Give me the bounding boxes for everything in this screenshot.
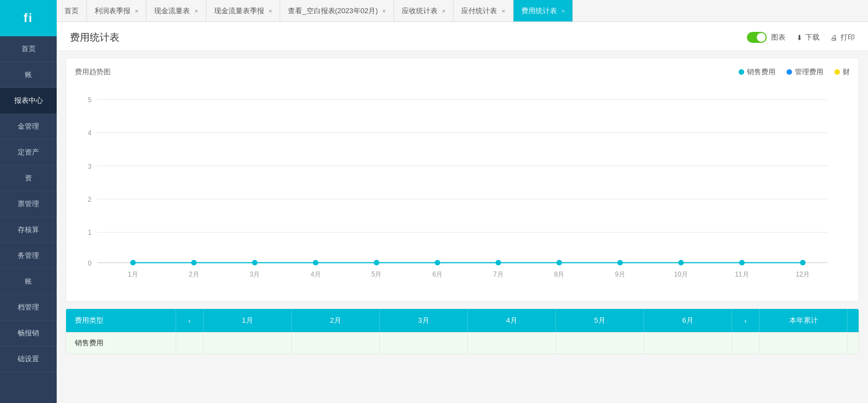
chart-legend: 销售费用 管理费用 财 (739, 67, 850, 77)
sidebar-item-capital[interactable]: 资 (0, 165, 57, 191)
tab-bar: 首页 利润表季报 × 现金流量表 × 现金流量表季报 × 查看_空白报表(202… (57, 0, 868, 22)
sidebar-item-settings[interactable]: 础设置 (0, 346, 57, 372)
sidebar-item-archive[interactable]: 档管理 (0, 295, 57, 321)
svg-text:11月: 11月 (735, 270, 749, 278)
sidebar-item-cash[interactable]: 金管理 (0, 114, 57, 140)
svg-text:1: 1 (88, 229, 91, 236)
print-button[interactable]: 🖨 打印 (831, 32, 855, 42)
sidebar-item-account[interactable]: 账 (0, 62, 57, 88)
svg-text:5: 5 (88, 96, 91, 104)
header-actions: 图表 ⬇ 下载 🖨 打印 (747, 32, 855, 43)
td-expense-type: 销售费用 (66, 333, 176, 354)
svg-point-18 (435, 260, 440, 266)
th-prev[interactable]: ‹ (176, 309, 204, 332)
content-area: 费用统计表 图表 ⬇ 下载 🖨 打印 费用趋势图 (57, 22, 868, 403)
td-jun-val (644, 333, 732, 354)
td-apr-val (468, 333, 556, 354)
th-may: 5月 (556, 309, 644, 332)
table-header-row: 费用类型 ‹ 1月 2月 3月 4月 5月 6月 › 本年累计 (66, 309, 859, 332)
sidebar-item-assets[interactable]: 定资产 (0, 140, 57, 165)
svg-point-15 (252, 260, 258, 266)
sidebar-item-expense[interactable]: 畅报销 (0, 321, 57, 346)
sidebar-item-invoice[interactable]: 票管理 (0, 191, 57, 217)
legend-finance: 财 (834, 67, 850, 77)
svg-text:3月: 3月 (250, 270, 260, 278)
td-next-val (732, 333, 760, 354)
sidebar-item-inventory[interactable]: 存核算 (0, 217, 57, 243)
svg-text:7月: 7月 (493, 270, 504, 278)
th-expense-type: 费用类型 (66, 309, 176, 332)
sidebar-item-home[interactable]: 首页 (0, 36, 57, 62)
svg-text:10月: 10月 (674, 270, 688, 278)
tab-home[interactable]: 首页 (57, 0, 87, 22)
page-title: 费用统计表 (70, 31, 119, 44)
td-yearly-val (760, 333, 848, 354)
sidebar-item-ledger[interactable]: 账 (0, 269, 57, 295)
sidebar-item-service[interactable]: 务管理 (0, 243, 57, 269)
svg-point-21 (618, 260, 623, 266)
chart-header: 费用趋势图 销售费用 管理费用 财 (75, 67, 850, 77)
legend-dot-admin (787, 69, 792, 75)
legend-dot-finance (834, 69, 840, 75)
th-jan: 1月 (204, 309, 292, 332)
tab-payable[interactable]: 应付统计表 × (454, 0, 513, 22)
sidebar-item-reports[interactable]: 报表中心 (0, 88, 57, 114)
svg-text:0: 0 (88, 260, 91, 267)
svg-text:8月: 8月 (554, 270, 565, 278)
svg-text:2: 2 (88, 196, 91, 203)
print-icon: 🖨 (831, 34, 838, 42)
td-may-val (556, 333, 644, 354)
close-tab-payable[interactable]: × (501, 8, 505, 14)
chart-toggle[interactable] (747, 32, 767, 43)
th-jun: 6月 (644, 309, 732, 332)
tab-expense-stats[interactable]: 费用统计表 × (514, 0, 573, 22)
tab-cashflow[interactable]: 现金流量表 × (146, 0, 206, 22)
chart-section: 费用趋势图 销售费用 管理费用 财 (65, 58, 859, 302)
svg-point-22 (678, 260, 684, 266)
svg-point-16 (313, 260, 318, 266)
legend-sales: 销售费用 (739, 67, 776, 77)
tab-receivable[interactable]: 应收统计表 × (394, 0, 454, 22)
download-button[interactable]: ⬇ 下载 (796, 32, 820, 42)
svg-text:6月: 6月 (432, 270, 443, 278)
table-row: 销售费用 (66, 332, 859, 354)
svg-point-24 (800, 260, 805, 266)
close-tab-receivable[interactable]: × (442, 8, 445, 14)
prev-icon: ‹ (188, 317, 190, 325)
chart-title: 费用趋势图 (75, 67, 111, 77)
tab-blank-report[interactable]: 查看_空白报表(2023年02月) × (280, 0, 394, 22)
toggle-label: 图表 (771, 32, 785, 42)
close-tab-blank-report[interactable]: × (383, 8, 386, 14)
download-icon: ⬇ (796, 34, 803, 42)
svg-text:4月: 4月 (310, 270, 321, 278)
main-content: 首页 利润表季报 × 现金流量表 × 现金流量表季报 × 查看_空白报表(202… (57, 0, 868, 403)
close-tab-income-quarter[interactable]: × (135, 8, 138, 14)
svg-text:1月: 1月 (128, 270, 138, 278)
th-apr: 4月 (468, 309, 556, 332)
th-next[interactable]: › (732, 309, 760, 332)
legend-label-sales: 销售费用 (747, 67, 776, 77)
td-feb-val (292, 333, 380, 354)
chart-svg: 5 4 3 2 1 0 (75, 84, 850, 292)
svg-text:5月: 5月 (372, 270, 382, 278)
close-tab-cashflow[interactable]: × (194, 8, 198, 14)
svg-text:2月: 2月 (189, 270, 199, 278)
legend-admin: 管理费用 (787, 67, 823, 77)
legend-label-admin: 管理费用 (795, 67, 823, 77)
tab-cashflow-quarter[interactable]: 现金流量表季报 × (206, 0, 280, 22)
tab-income-quarter[interactable]: 利润表季报 × (87, 0, 146, 22)
sidebar-logo: fi (0, 0, 57, 36)
chart-toggle-wrap: 图表 (747, 32, 785, 43)
td-prev-val (176, 333, 204, 354)
svg-point-19 (495, 260, 501, 266)
data-table-section: 费用类型 ‹ 1月 2月 3月 4月 5月 6月 › 本年累计 销售费用 (65, 308, 859, 354)
svg-text:12月: 12月 (796, 270, 810, 278)
svg-text:4: 4 (88, 129, 91, 137)
sidebar: fi 首页 账 报表中心 金管理 定资产 资 票管理 存核算 务管理 账 档管理… (0, 0, 57, 403)
legend-dot-sales (739, 69, 744, 75)
close-tab-expense-stats[interactable]: × (561, 8, 565, 14)
td-mar-val (380, 333, 468, 354)
page-header: 费用统计表 图表 ⬇ 下载 🖨 打印 (57, 22, 868, 51)
svg-point-13 (130, 260, 136, 266)
close-tab-cashflow-quarter[interactable]: × (269, 8, 272, 14)
